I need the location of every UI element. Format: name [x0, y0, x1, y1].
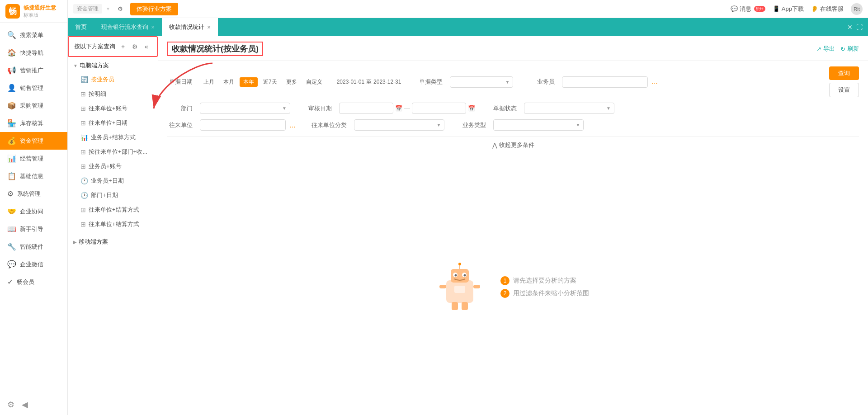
date-tab-this-year[interactable]: 本年: [240, 77, 258, 87]
scheme-item-by-detail[interactable]: ⊞ 按明细: [68, 87, 158, 101]
purchase-icon: 📦: [7, 101, 16, 110]
sidebar-item-marketing[interactable]: 📢 营销推广: [0, 61, 67, 79]
doc-status-select[interactable]: [524, 103, 614, 114]
export-button[interactable]: ↗ 导出: [816, 45, 835, 53]
query-button[interactable]: 查询: [829, 66, 859, 80]
export-icon: ↗: [816, 46, 821, 52]
scheme-add-button[interactable]: +: [118, 42, 128, 52]
sidebar-item-label: 企业协同: [20, 208, 43, 216]
top-bar-left: 资金管理 ▼ ⚙ 体验行业方案: [73, 3, 731, 15]
refresh-button[interactable]: ↻ 刷新: [840, 45, 859, 53]
doc-date-label: 单据日期: [167, 78, 193, 86]
collapse-button[interactable]: ⋀ 收起更多条件: [167, 136, 859, 154]
tab-receipt-stats-close[interactable]: ✕: [207, 25, 211, 30]
dept-select[interactable]: [200, 103, 290, 114]
sidebar-item-basic[interactable]: 📋 基础信息: [0, 167, 67, 185]
salesperson-icon: 🔄: [80, 76, 88, 83]
scheme-collapse-button[interactable]: «: [142, 42, 151, 52]
empty-hint-2: 2 用过滤条件来缩小分析范围: [500, 289, 589, 298]
date-tab-more[interactable]: 更多: [283, 77, 301, 87]
counterpart-cat-select[interactable]: [354, 119, 444, 131]
counterpart-settle-icon: ⊞: [80, 206, 86, 213]
settings-button[interactable]: 设置: [829, 83, 859, 97]
sidebar-item-wechat[interactable]: 💬 企业微信: [0, 255, 67, 273]
biz-type-label: 业务类型: [461, 121, 486, 129]
topbar-settings-button[interactable]: ⚙: [114, 3, 127, 15]
sidebar-item-operation[interactable]: 📊 经营管理: [0, 150, 67, 167]
counterpart-input[interactable]: [200, 119, 286, 131]
sidebar-item-system[interactable]: ⚙ 系统管理: [0, 185, 67, 203]
scheme-group-desktop-header[interactable]: ▼ 电脑端方案: [68, 59, 158, 72]
member-icon: ✓: [7, 278, 13, 286]
sidebar-settings-icon[interactable]: ⚙: [7, 400, 14, 410]
review-date-end[interactable]: [412, 103, 466, 114]
review-date-wrap: 📅 — 📅: [339, 103, 475, 114]
sidebar-item-search[interactable]: 🔍 搜索菜单: [0, 26, 67, 44]
svg-point-5: [464, 274, 466, 277]
scheme-item-counterpart-settle[interactable]: ⊞ 往来单位+结算方式: [68, 203, 158, 217]
counterpart-cat-label: 往来单位分类: [311, 121, 347, 129]
doc-type-select[interactable]: [450, 76, 513, 88]
filter-row-3: 往来单位 ... 往来单位分类 ▼ 业务类型 ▼: [167, 119, 859, 131]
empty-hint-1: 1 请先选择要分析的方案: [500, 276, 589, 285]
scheme-group-mobile-header[interactable]: ▶ 移动端方案: [68, 235, 158, 249]
counterpart-dept-icon: ⊞: [80, 148, 86, 156]
tab-receipt-stats[interactable]: 收款情况统计 ✕: [162, 18, 218, 36]
scheme-item-salesperson-settle[interactable]: 📊 业务员+结算方式: [68, 130, 158, 145]
scheme-settings-button[interactable]: ⚙: [130, 42, 140, 52]
messages-button[interactable]: 💬 消息 99+: [731, 5, 765, 13]
main-tabs: 首页 现金银行流水查询 ✕ 收款情况统计 ✕ ✕ ⛶: [68, 18, 868, 36]
scheme-item-dept-date[interactable]: 🕐 部门+日期: [68, 188, 158, 203]
sidebar-item-purchase[interactable]: 📦 采购管理: [0, 97, 67, 114]
sidebar: 畅 畅捷通好生意 标准版 🔍 搜索菜单 🏠 快捷导航 📢 营销推广 👤 销售管理…: [0, 0, 68, 415]
inventory-icon: 🏪: [7, 119, 16, 127]
scheme-panel-header: 按以下方案查询 + ⚙ «: [68, 36, 158, 57]
sidebar-item-quick-nav[interactable]: 🏠 快捷导航: [0, 44, 67, 61]
date-tab-this-month[interactable]: 本月: [220, 77, 238, 87]
review-date-start[interactable]: [339, 103, 393, 114]
date-tab-last-month[interactable]: 上月: [200, 77, 218, 87]
sidebar-item-inventory[interactable]: 🏪 库存核算: [0, 114, 67, 132]
scheme-item-by-salesperson[interactable]: 🔄 按业务员: [68, 72, 158, 87]
scheme-item-salesperson-account[interactable]: ⊞ 业务员+账号: [68, 159, 158, 174]
app-download-button[interactable]: 📱 App下载: [773, 5, 804, 13]
salesperson-input[interactable]: [562, 76, 648, 88]
scheme-item-counterpart-dept[interactable]: ⊞ 按往来单位+部门+收...: [68, 145, 158, 159]
cal-icon-start[interactable]: 📅: [395, 105, 402, 112]
dept-label: 部门: [167, 104, 193, 113]
sidebar-collapse-icon[interactable]: ◀: [22, 400, 28, 410]
trial-btn[interactable]: 体验行业方案: [130, 3, 178, 15]
sidebar-item-sales[interactable]: 👤 销售管理: [0, 79, 67, 97]
svg-rect-10: [452, 302, 458, 310]
sidebar-item-smart-hw[interactable]: 🔧 智能硬件: [0, 238, 67, 255]
counterpart-more-button[interactable]: ...: [289, 121, 295, 129]
sidebar-item-enterprise[interactable]: 🤝 企业协同: [0, 203, 67, 220]
date-tab-custom[interactable]: 自定义: [302, 77, 326, 87]
breadcrumb-arrow: ▼: [106, 6, 110, 11]
scheme-item-salesperson-date[interactable]: 🕐 业务员+日期: [68, 174, 158, 188]
message-icon: 💬: [731, 5, 738, 12]
scheme-item-counterpart-date[interactable]: ⊞ 往来单位+日期: [68, 116, 158, 130]
customer-service-button[interactable]: 👂 在线客服: [811, 5, 844, 13]
user-avatar[interactable]: Rit: [851, 3, 863, 15]
salesperson-more-button[interactable]: ...: [651, 78, 657, 86]
tab-home-label: 首页: [75, 23, 87, 31]
wechat-icon: 💬: [7, 260, 16, 269]
sidebar-item-guide[interactable]: 📖 新手引导: [0, 220, 67, 238]
sidebar-item-label: 基础信息: [20, 172, 43, 180]
date-tab-last-7-days[interactable]: 近7天: [259, 77, 281, 87]
biz-type-select[interactable]: [493, 119, 584, 131]
tab-maximize-icon[interactable]: ⛶: [856, 24, 863, 31]
tab-home[interactable]: 首页: [68, 18, 94, 36]
hint-text-2: 用过滤条件来缩小分析范围: [513, 289, 589, 297]
tab-bank-flow[interactable]: 现金银行流水查询 ✕: [94, 18, 162, 36]
tab-bank-flow-close[interactable]: ✕: [151, 25, 155, 30]
tab-close-all-icon[interactable]: ✕: [847, 24, 853, 31]
sidebar-item-member[interactable]: ✓ 畅会员: [0, 273, 67, 291]
cal-icon-end[interactable]: 📅: [468, 105, 475, 112]
scheme-item-counterpart-settle2[interactable]: ⊞ 往来单位+结算方式: [68, 217, 158, 231]
app-logo-icon: 畅: [5, 4, 20, 19]
date-end: 2023-12-31: [373, 79, 401, 85]
scheme-item-counterpart-account[interactable]: ⊞ 往来单位+账号: [68, 101, 158, 116]
sidebar-item-finance[interactable]: 💰 资金管理: [0, 132, 67, 150]
